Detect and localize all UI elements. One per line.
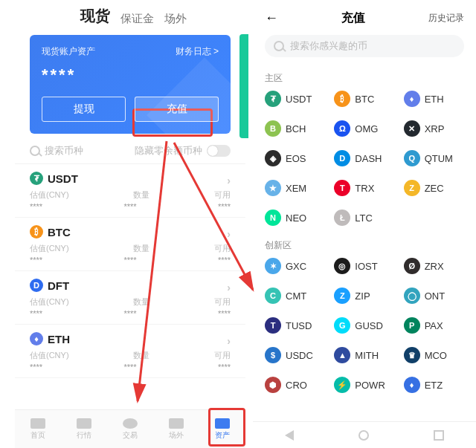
coin-icon: Z [404, 180, 420, 196]
android-navbar [253, 421, 476, 448]
coin-symbol: XRP [425, 123, 445, 134]
coin-symbol: ZRX [425, 261, 444, 272]
otc-icon [169, 418, 184, 429]
coin-icon: ♦ [30, 332, 43, 345]
back-button[interactable]: ← [265, 10, 278, 26]
home-icon [30, 418, 45, 429]
withdraw-button[interactable]: 提现 [42, 97, 126, 122]
coin-icon: Ł [334, 210, 350, 226]
coin-symbol: ZIP [355, 290, 370, 302]
nav-home-icon[interactable] [358, 430, 369, 441]
tab-trade[interactable]: 交易 [107, 410, 153, 448]
next-card-peek [239, 34, 248, 138]
coin-symbol: OMG [355, 123, 378, 134]
coin-omg[interactable]: ΩOMG [329, 117, 399, 140]
coin-icon: P [404, 317, 420, 334]
markets-icon [77, 418, 91, 429]
chevron-right-icon: › [227, 335, 231, 347]
coin-symbol: USDT [286, 94, 312, 105]
coin-pax[interactable]: PPAX [399, 314, 469, 337]
coin-icon: ₿ [334, 91, 350, 107]
chevron-right-icon: › [227, 228, 231, 240]
coin-symbol: ETZ [425, 380, 443, 391]
coin-btc[interactable]: ₿BTC [329, 88, 399, 110]
coin-xem[interactable]: ★XEM [260, 177, 329, 199]
asset-row-eth[interactable]: ♦ETH›估值(CNY)数量可用************ [15, 325, 245, 378]
coin-symbol: DASH [355, 153, 382, 164]
asset-symbol: USDT [48, 172, 78, 185]
coin-icon: Z [334, 288, 350, 304]
coin-mith[interactable]: ▲MITH [329, 344, 399, 366]
coin-gxc[interactable]: ✶GXC [260, 255, 329, 277]
nav-recent-icon[interactable] [434, 430, 444, 441]
coin-bch[interactable]: BBCH [260, 117, 329, 140]
coin-ont[interactable]: ◯ONT [399, 285, 469, 307]
coin-icon: N [265, 210, 281, 226]
coin-icon: ⚡ [334, 377, 350, 393]
coin-usdt[interactable]: ₮USDT [260, 88, 329, 110]
coin-icon: ⬢ [265, 377, 281, 393]
tab-home[interactable]: 首页 [15, 410, 61, 448]
assets-screen: 现货 保证金 场外 现货账户资产 财务日志 > **** 提现 充值 搜索币种 … [15, 0, 245, 448]
coin-dash[interactable]: DDASH [329, 147, 399, 169]
coin-zrx[interactable]: ØZRX [399, 255, 469, 277]
coin-symbol: LTC [355, 212, 373, 224]
coin-zec[interactable]: ZZEC [399, 177, 469, 199]
coin-tusd[interactable]: TTUSD [260, 314, 329, 337]
coin-usdc[interactable]: $USDC [260, 344, 329, 366]
coin-icon: ◯ [404, 288, 420, 304]
deposit-coin-picker: ← 充值 历史记录 搜索你感兴趣的币 主区 ₮USDT₿BTC♦ETHBBCHΩ… [253, 0, 476, 448]
coin-iost[interactable]: ◎IOST [329, 255, 399, 277]
tab-spot[interactable]: 现货 [80, 6, 110, 26]
coin-gusd[interactable]: GGUSD [329, 314, 399, 337]
coin-etz[interactable]: ♦ETZ [399, 374, 469, 396]
asset-row-btc[interactable]: ₿BTC›估值(CNY)数量可用************ [15, 218, 245, 271]
tab-otc[interactable]: 场外 [164, 12, 187, 26]
coin-eos[interactable]: ◈EOS [260, 147, 329, 169]
tab-otc-bottom[interactable]: 场外 [153, 410, 199, 448]
coin-symbol: EOS [286, 153, 306, 164]
tab-margin[interactable]: 保证金 [120, 12, 154, 26]
section-main-label: 主区 [253, 62, 476, 88]
coin-symbol: IOST [355, 261, 377, 272]
coin-trx[interactable]: TTRX [329, 177, 399, 199]
coin-symbol: ETH [425, 94, 444, 105]
coin-cmt[interactable]: CCMT [260, 285, 329, 307]
hide-zero-toggle[interactable] [207, 145, 231, 157]
coin-qtum[interactable]: QQTUM [399, 147, 469, 169]
tab-markets[interactable]: 行情 [61, 410, 107, 448]
coin-icon: B [265, 120, 281, 137]
coin-search[interactable]: 搜索你感兴趣的币 [265, 35, 464, 57]
asset-row-usdt[interactable]: ₮USDT›估值(CNY)数量可用************ [15, 164, 245, 218]
asset-search[interactable]: 搜索币种 [30, 144, 83, 158]
asset-search-placeholder: 搜索币种 [45, 144, 83, 158]
coin-powr[interactable]: ⚡POWR [329, 374, 399, 396]
coin-icon: C [265, 288, 281, 304]
bottom-tabbar: 首页 行情 交易 场外 资产 [15, 409, 245, 448]
history-link[interactable]: 历史记录 [428, 12, 464, 25]
coin-neo[interactable]: NNEO [260, 207, 329, 229]
coin-icon: ◈ [265, 150, 281, 166]
coin-symbol: USDC [286, 350, 313, 361]
coin-search-placeholder: 搜索你感兴趣的币 [290, 39, 367, 53]
financial-log-link[interactable]: 财务日志 > [176, 45, 219, 58]
tab-assets[interactable]: 资产 [199, 410, 245, 448]
coin-symbol: BCH [286, 123, 306, 134]
coin-eth[interactable]: ♦ETH [399, 88, 469, 110]
nav-back-icon[interactable] [285, 430, 294, 441]
coin-ltc[interactable]: ŁLTC [329, 207, 399, 229]
coin-icon: T [334, 180, 350, 196]
coin-symbol: CRO [286, 380, 307, 391]
coin-icon: D [334, 150, 350, 166]
coin-icon: ₮ [265, 91, 281, 107]
coin-symbol: BTC [355, 94, 374, 105]
coin-cro[interactable]: ⬢CRO [260, 374, 329, 396]
coin-xrp[interactable]: ✕XRP [399, 117, 469, 140]
asset-row-dft[interactable]: DDFT›估值(CNY)数量可用************ [15, 271, 245, 325]
coin-symbol: QTUM [425, 153, 453, 164]
deposit-button[interactable]: 充值 [135, 97, 219, 122]
coin-mco[interactable]: ♛MCO [399, 344, 469, 366]
coin-symbol: ONT [425, 290, 445, 302]
coin-zip[interactable]: ZZIP [329, 285, 399, 307]
coin-icon: ◎ [334, 258, 350, 274]
